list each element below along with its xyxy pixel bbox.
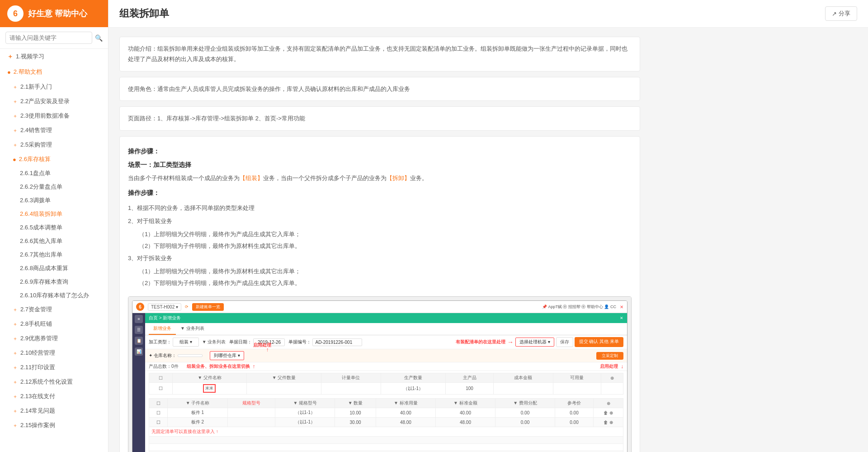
th-check2: ☐ xyxy=(149,399,168,408)
sidebar-item-ledgererror[interactable]: 2.6.10库存账本错了怎么办 xyxy=(0,289,108,302)
info-block-1: 功能介绍：组装拆卸单用来处理企业组装或拆卸等加工业务，支持有固定装配清单的产品加… xyxy=(119,37,640,71)
sidebar-label-print: 2.11打印设置 xyxy=(20,363,55,371)
mock-tab-list[interactable]: ▼ 业务列表 xyxy=(176,323,209,335)
sidebar-item-cases[interactable]: ＋ 2.15操作案例 xyxy=(0,418,108,433)
th-childqty: ▼ 规格型号 xyxy=(275,399,335,408)
sidebar-item-payment[interactable]: ＋ 2.13在线支付 xyxy=(0,389,108,404)
scenario1-title: 场景一：加工类型选择 xyxy=(128,161,632,169)
mock-wh-input[interactable] xyxy=(178,354,203,357)
steps-title: 操作步骤： xyxy=(128,147,632,156)
sidebar-item-coupon[interactable]: ＋ 2.9优惠券管理 xyxy=(0,331,108,346)
td-qty-1 xyxy=(321,383,381,395)
mock-btn-confirm[interactable]: 立采定制 xyxy=(596,352,623,360)
mock-process-btn[interactable]: 选择处理机器 ▾ xyxy=(515,338,554,347)
share-icon: ↗ xyxy=(832,10,837,17)
annotation-arrow-4: ↓ xyxy=(621,363,623,370)
mock-toggle-row: 产品总数：0件 组装业务、拆卸业务在这里切换 ↑ 启用处理 ↓ xyxy=(145,362,627,371)
sidebar-item-costrecalc[interactable]: 2.6.8商品成本重算 xyxy=(0,262,108,275)
search-icon[interactable]: 🔍 xyxy=(95,34,103,42)
plus-icon-sales: ＋ xyxy=(13,127,18,134)
share-button[interactable]: ↗ 分享 xyxy=(825,6,857,21)
mock-btn-submit[interactable]: 提交 确认 其他 来单 xyxy=(575,337,623,347)
nav-sub-inventory: 2.6.1盘点单 2.6.2分量盘点单 2.6.3调拨单 2.6.4组装拆卸单 … xyxy=(0,167,108,302)
sidebar-item-mobile[interactable]: ＋ 2.8手机旺铺 xyxy=(0,317,108,331)
mock-close-icon[interactable]: ✕ xyxy=(620,305,623,309)
annotation-1-container: 有装配清单的在这里处理 → 选择处理机器 ▾ 保存 提交 确认 其他 来单 xyxy=(456,337,623,347)
sidebar-label-finance: 2.7资金管理 xyxy=(20,305,52,314)
sidebar-label-video: 1.视频学习 xyxy=(16,52,44,61)
sidebar-item-ledger[interactable]: 2.6.9库存账本查询 xyxy=(0,275,108,289)
mock-num-input[interactable]: AD-20191226-001 xyxy=(312,338,362,346)
mock-type-select[interactable]: 组装 ▾ xyxy=(173,338,199,347)
plus-icon-mobile: ＋ xyxy=(13,321,18,328)
sidebar-item-video[interactable]: ＋ 1.视频学习 xyxy=(0,49,108,64)
share-label: 分享 xyxy=(839,10,850,18)
td-parentname-1: 米米 xyxy=(172,383,247,395)
mock-mini-sidebar: ≡ ☰ 📋 📊 xyxy=(132,313,145,452)
sidebar-item-sales[interactable]: ＋ 2.4销售管理 xyxy=(0,123,108,138)
mock-btn-save[interactable]: 保存 xyxy=(556,337,573,347)
tc-empty-3: 无固定清单可以直接在这里录入 ↑ xyxy=(149,427,623,437)
tc-alloc-2: 0.00 xyxy=(495,418,555,427)
mock-warehouse-select[interactable]: 到哪些仓库 ▾ xyxy=(210,351,244,360)
tc-stdcost-2: 48.00 xyxy=(435,418,495,427)
plus-icon-cases: ＋ xyxy=(13,422,18,429)
mock-label-num: 单据编号： xyxy=(288,339,311,345)
sidebar-item-print[interactable]: ＋ 2.11打印设置 xyxy=(0,360,108,375)
step-1: 1、根据不同的业务，选择不同单据的类型来处理 xyxy=(128,203,632,214)
sidebar-item-partcount[interactable]: 2.6.2分量盘点单 xyxy=(0,180,108,194)
sidebar-item-dataprep[interactable]: ＋ 2.3使用前数据准备 xyxy=(0,109,108,123)
th-childname: ▼ 子件名称 xyxy=(168,399,227,408)
table-row-child-4 xyxy=(149,437,623,444)
mock-label-wh: ✦ 仓库名称： xyxy=(149,352,176,359)
sidebar-item-transfer[interactable]: 2.6.3调拨单 xyxy=(0,194,108,207)
tc-std-2: 48.00 xyxy=(376,418,435,427)
mock-new-btn[interactable]: 新建账单一览 xyxy=(192,303,224,311)
sidebar-item-settings[interactable]: ＋ 2.12系统个性化设置 xyxy=(0,375,108,389)
tc-qty-1: （以1-1） xyxy=(275,408,335,418)
mock-table-parent: ☐ ▼ 父件名称 ▼ 父件数量 计量单位 生产数量 主产品 成本金额 xyxy=(149,373,623,395)
nav-section: ＋ 1.视频学习 ● 2.帮助文档 ＋ 2.1新手入门 ＋ 2.2产品安装及登录… xyxy=(0,49,108,433)
plus-icon-payment: ＋ xyxy=(13,393,18,400)
th-qty: 计量单位 xyxy=(321,373,381,383)
mock-label-type2: ▼ 业务列表 xyxy=(202,339,226,345)
td-parentnum-1 xyxy=(247,383,321,395)
th-parentnum: ▼ 父件数量 xyxy=(247,373,321,383)
sidebar-item-otherinbound[interactable]: 2.6.6其他入库单 xyxy=(0,234,108,248)
annotation-2-container: 到哪些仓库 ▾ 启用处理 ↑ xyxy=(210,351,244,360)
sidebar-label-mobile: 2.8手机旺铺 xyxy=(20,320,52,328)
highlight-assembly: 【组装】 xyxy=(240,175,263,181)
th-check: ☐ xyxy=(149,373,173,383)
sidebar-item-stockcount[interactable]: 2.6.1盘点单 xyxy=(0,167,108,180)
sidebar-item-install[interactable]: ＋ 2.2产品安装及登录 xyxy=(0,94,108,109)
table-row-child-2: ☐ 板件 2 （以1-1） 30.00 48.00 48.00 xyxy=(149,418,623,427)
sidebar-item-costadjust[interactable]: 2.6.5成本调整单 xyxy=(0,221,108,234)
sidebar-item-otheroutbound[interactable]: 2.6.7其他出库单 xyxy=(0,248,108,262)
plus-icon-settings: ＋ xyxy=(13,379,18,385)
td-check-1: ☐ xyxy=(149,383,173,395)
th-cost: 成本金额 xyxy=(494,373,553,383)
th-op: ⊕ xyxy=(601,373,623,383)
minus-icon-inventory: ● xyxy=(13,156,16,163)
mock-tab-new[interactable]: 新增业务 xyxy=(149,323,176,335)
content-area: 功能介绍：组装拆卸单用来处理企业组装或拆卸等加工业务，支持有固定装配清单的产品加… xyxy=(108,28,651,452)
mock-parentname-input[interactable]: 米米 xyxy=(203,384,216,393)
sidebar-item-docs[interactable]: ● 2.帮助文档 xyxy=(0,64,108,80)
step-3-1: （1）上部明细为父件明细，最终作为原材料生成其它出库单； xyxy=(128,266,632,277)
sidebar-label-payment: 2.13在线支付 xyxy=(20,392,55,400)
main-content: 组装拆卸单 ↗ 分享 功能介绍：组装拆卸单用来处理企业组装或拆卸等加工业务，支持… xyxy=(108,0,868,452)
tc-name-2: 板件 2 xyxy=(168,418,227,427)
sidebar: 6 好生意 帮助中心 🔍 ＋ 1.视频学习 ● 2.帮助文档 ＋ 2.1新手入门… xyxy=(0,0,108,452)
sidebar-label-purchase: 2.5采购管理 xyxy=(20,141,52,149)
mock-label-rows: 产品总数：0件 xyxy=(149,363,179,370)
sidebar-item-inventory[interactable]: ● 2.6库存核算 xyxy=(0,152,108,167)
tc-unit-2: 30.00 xyxy=(335,418,376,427)
search-input[interactable] xyxy=(5,32,92,44)
tc-name-1: 板件 1 xyxy=(168,408,227,418)
sidebar-item-newcomer[interactable]: ＋ 2.1新手入门 xyxy=(0,80,108,94)
sidebar-item-purchase[interactable]: ＋ 2.5采购管理 xyxy=(0,138,108,152)
sidebar-item-finance[interactable]: ＋ 2.7资金管理 xyxy=(0,302,108,317)
sidebar-item-faq[interactable]: ＋ 2.14常见问题 xyxy=(0,404,108,418)
sidebar-item-ops[interactable]: ＋ 2.10经营管理 xyxy=(0,346,108,360)
sidebar-item-assembly[interactable]: 2.6.4组装拆卸单 xyxy=(0,207,108,221)
